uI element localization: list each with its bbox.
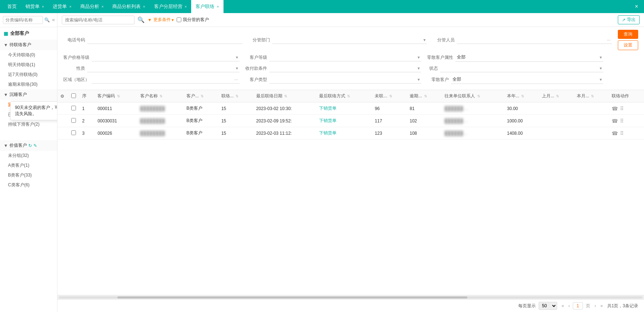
region-dots-button[interactable]: ··· [234, 77, 238, 82]
row-year: 30.00 [504, 102, 539, 115]
my-customers-checkbox[interactable] [177, 17, 181, 22]
filter-customer-type-select[interactable]: ▾ [269, 76, 422, 84]
filter-payment-select[interactable]: ▾ [269, 65, 422, 72]
main-search-input[interactable] [62, 16, 134, 24]
contact-icon[interactable]: ☎ [612, 130, 618, 136]
sidebar-item-7days[interactable]: 近7天待联络(0) [0, 70, 57, 80]
tab-customer-layer[interactable]: 客户分层经营 × [150, 0, 191, 13]
chevron-down-icon-status: ▾ [600, 66, 602, 71]
row-year: 1408.00 [504, 127, 539, 139]
col-type[interactable]: 客户... ⇅ [184, 90, 218, 102]
contact-icon[interactable]: ☎ [612, 106, 618, 112]
tab-product-list[interactable]: 商品分析列表 × [108, 0, 149, 13]
more-actions-icon[interactable]: ⠿ [620, 118, 624, 124]
col-name[interactable]: 客户名称 ⇅ [137, 90, 184, 102]
row-code: 000011 [94, 102, 137, 115]
col-last-month[interactable]: 上月... ⇅ [539, 90, 574, 102]
tab-sales[interactable]: 销货单 × [21, 0, 48, 13]
close-tab-customer-layer[interactable]: × [185, 4, 187, 9]
sort-icon-lmonth: ⇅ [556, 94, 559, 98]
contact-method-link[interactable]: 下销货单 [319, 118, 337, 123]
filter-customer-level-select[interactable]: ▾ [269, 54, 422, 61]
close-tab-product-analysis[interactable]: × [101, 4, 104, 9]
contact-method-link[interactable]: 下销货单 [319, 130, 337, 135]
col-this-month[interactable]: 本月... ⇅ [574, 90, 609, 102]
row-select-checkbox[interactable] [71, 106, 76, 110]
col-code[interactable]: 客户编码 ⇅ [94, 90, 137, 102]
col-contact[interactable]: 联络... ⇅ [218, 90, 253, 102]
filter-nature-select[interactable]: ▾ [87, 65, 240, 72]
contact-method-link[interactable]: 下销货单 [319, 106, 337, 111]
refresh-icon[interactable]: ↻ [28, 143, 32, 148]
close-tab-purchase[interactable]: × [69, 4, 71, 9]
tab-customer-contact[interactable]: 客户联络 × [191, 0, 223, 13]
settings-button[interactable]: 设置 [618, 40, 638, 50]
col-contact-person[interactable]: 往来单位联系人 ⇅ [442, 90, 504, 102]
tooltip-dormant: 90天未交易的客户，可能有流失风险。 [10, 101, 57, 120]
close-tab-sales[interactable]: × [42, 4, 44, 9]
sidebar-group-pending-title[interactable]: ▼ 待联络客户 [0, 40, 57, 50]
customers-table: ⚙ 序 客户编码 ⇅ 客户名称 ⇅ 客户... ⇅ 联络... ⇅ 最后联络日期… [57, 90, 644, 139]
filter-retail-attr-select[interactable]: 全部 ▾ [455, 53, 603, 62]
sidebar-item-tomorrow[interactable]: 明天待联络(1) [0, 60, 57, 70]
tab-purchase[interactable]: 进货单 × [48, 0, 76, 13]
filter-phone-input[interactable] [87, 36, 242, 44]
select-all-checkbox[interactable] [71, 93, 76, 98]
sidebar-item-overdue[interactable]: 逾期未联络(30) [0, 80, 57, 89]
filter-price-select[interactable]: ▾ [92, 54, 240, 61]
filter-row-4: 区域（地区） ··· 客户类型 ▾ 零散客户 全部 [63, 75, 638, 84]
next-page-button[interactable]: › [593, 303, 597, 309]
horizontal-scrollbar[interactable] [57, 295, 644, 299]
sidebar-item-b-class[interactable]: B类客户(33) [0, 170, 57, 180]
col-unlink[interactable]: 未联... ⇅ [372, 90, 407, 102]
col-last-method[interactable]: 最后联络方式 ⇅ [316, 90, 372, 102]
sidebar-search-icon[interactable]: 🔍 [44, 17, 50, 23]
per-page-select[interactable]: 50 100 200 [539, 302, 557, 310]
row-code: 00030031 [94, 115, 137, 127]
first-page-button[interactable]: « [560, 303, 565, 309]
more-conditions-button[interactable]: ▼ 更多条件 ▾ [148, 17, 174, 23]
sidebar-item-a-class[interactable]: A类客户(1) [0, 161, 57, 170]
export-button[interactable]: ↗ 导出 [618, 15, 640, 24]
row-year: 1000.00 [504, 115, 539, 127]
sidebar-item-c-class[interactable]: C类客户(6) [0, 180, 57, 190]
filter-dept-select[interactable]: ▾ [272, 36, 427, 44]
main-search-button[interactable]: 🔍 [137, 16, 145, 23]
sidebar-all-customers[interactable]: ▦ 全部客户 [0, 27, 57, 40]
more-actions-icon[interactable]: ⠿ [620, 106, 624, 112]
sidebar-group-value-title[interactable]: ▼ 价值客户 ↻ ✎ [0, 140, 57, 151]
last-page-button[interactable]: » [599, 303, 604, 309]
row-select-checkbox[interactable] [71, 118, 76, 123]
tab-product-analysis[interactable]: 商品分析 × [76, 0, 108, 13]
row-last-month [539, 102, 574, 115]
filter-status-select[interactable]: ▾ [440, 65, 603, 72]
page-navigation: « ‹ 1 页 › » [560, 302, 604, 310]
row-actions: ☎ ⠿ [609, 102, 644, 115]
table-header-row: ⚙ 序 客户编码 ⇅ 客户名称 ⇅ 客户... ⇅ 联络... ⇅ 最后联络日期… [57, 90, 644, 102]
sidebar-search-input[interactable] [3, 16, 43, 24]
col-last-date[interactable]: 最后联络日期 ⇅ [253, 90, 316, 102]
edit-icon[interactable]: ✎ [33, 143, 37, 148]
col-overdue[interactable]: 逾期... ⇅ [407, 90, 442, 102]
close-tab-product-list[interactable]: × [143, 4, 145, 9]
settings-icon[interactable]: ⚙ [60, 94, 64, 99]
sidebar-collapse-button[interactable]: « [52, 17, 55, 23]
sidebar-item-ungrouped[interactable]: 未分组(32) [0, 151, 57, 161]
my-customers-filter[interactable]: 我分管的客户 [177, 17, 209, 23]
contact-icon[interactable]: ☎ [612, 118, 618, 124]
close-all-button[interactable]: × [632, 3, 641, 10]
more-actions-icon[interactable]: ⠿ [620, 130, 624, 136]
sidebar-item-today[interactable]: 今天待联络(0) [0, 50, 57, 60]
manager-dots-button[interactable]: ··· [607, 37, 611, 42]
scroll-thumb[interactable] [117, 296, 468, 299]
row-select-checkbox[interactable] [71, 130, 76, 135]
sidebar-group-dormant-title[interactable]: ▼ 沉睡客户 [0, 89, 57, 100]
filter-retail-customer-select[interactable]: 全部 ▾ [451, 75, 603, 84]
filter-nature-label: 性质 [63, 65, 85, 72]
col-year[interactable]: 本年... ⇅ [504, 90, 539, 102]
close-tab-customer-contact[interactable]: × [217, 4, 219, 9]
prev-page-button[interactable]: ‹ [567, 303, 571, 309]
sidebar-item-declining[interactable]: 持续下滑客户(2) [0, 119, 57, 129]
tab-home[interactable]: 首页 [3, 0, 21, 13]
query-button[interactable]: 查询 [618, 30, 638, 39]
